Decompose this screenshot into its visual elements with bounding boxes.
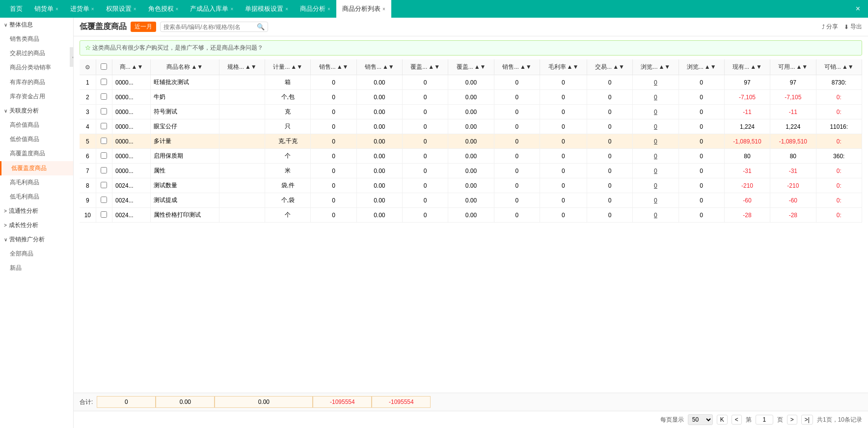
- close-icon[interactable]: ×: [134, 6, 136, 12]
- sidebar-item-high-coverage[interactable]: 高覆盖度商品: [0, 146, 73, 161]
- row-num: 10: [80, 208, 96, 223]
- sidebar-section-growth[interactable]: > 成长性分析: [0, 218, 73, 232]
- row-cover2: 0.00: [448, 119, 494, 134]
- row-spec: [219, 164, 265, 178]
- nav-tab-purchase[interactable]: 进货单 ×: [64, 0, 100, 18]
- sidebar-item-low-value[interactable]: 低价值商品: [0, 132, 73, 146]
- row-checkbox[interactable]: [96, 105, 112, 119]
- row-checkbox[interactable]: [96, 90, 112, 105]
- sidebar-item-new-goods[interactable]: 新品: [0, 261, 73, 275]
- column-sales-qty[interactable]: 销售...▲▼: [311, 59, 356, 75]
- row-browse1[interactable]: 0: [633, 75, 678, 90]
- column-sales-amt[interactable]: 销售...▲▼: [356, 59, 402, 75]
- row-checkbox[interactable]: [96, 178, 112, 193]
- nav-tab-sales[interactable]: 销货单 ×: [28, 0, 64, 18]
- sidebar-item-all-goods[interactable]: 全部商品: [0, 247, 73, 261]
- page-size-select[interactable]: 50 20 100: [688, 414, 713, 425]
- row-checkbox[interactable]: [96, 119, 112, 134]
- column-name[interactable]: 商品名称▲▼: [150, 59, 219, 75]
- row-checkbox[interactable]: [96, 75, 112, 90]
- row-browse2: 0: [678, 208, 724, 223]
- close-all-button[interactable]: ×: [852, 4, 864, 13]
- row-current: -11: [724, 105, 770, 119]
- sidebar-collapse-button[interactable]: «: [70, 47, 74, 67]
- sidebar-section-coverage[interactable]: ∨ 关联度分析: [0, 104, 73, 118]
- column-spec[interactable]: 规格...▲▼: [219, 59, 265, 75]
- nav-tab-template[interactable]: 单据模板设置 ×: [239, 0, 294, 18]
- column-settings-icon[interactable]: ⚙: [80, 59, 96, 75]
- sidebar-item-sales-goods[interactable]: 销售类商品: [0, 32, 73, 46]
- column-sellable[interactable]: 可销...▲▼: [816, 59, 862, 75]
- close-icon[interactable]: ×: [55, 6, 58, 12]
- nav-tab-analysis-list[interactable]: 商品分析列表 ×: [336, 0, 391, 18]
- row-checkbox[interactable]: [96, 208, 112, 223]
- total-info: 共1页，10条记录: [817, 416, 862, 424]
- sidebar-section-marketing[interactable]: ∨ 营销推广分析: [0, 232, 73, 247]
- sidebar-section-liquidity[interactable]: > 流通性分析: [0, 204, 73, 218]
- data-table-container[interactable]: ⚙ 商...▲▼ 商品名称▲▼ 规格...▲▼ 计量...▲▼ 销售...▲▼ …: [80, 59, 862, 393]
- nav-tab-permission[interactable]: 权限设置 ×: [100, 0, 142, 18]
- close-icon[interactable]: ×: [230, 6, 233, 12]
- sidebar-item-category-rate[interactable]: 商品分类动销率: [0, 60, 73, 75]
- column-browse2[interactable]: 浏览...▲▼: [678, 59, 724, 75]
- column-sales2[interactable]: 销售...▲▼: [494, 59, 540, 75]
- sidebar-item-inventory-capital[interactable]: 库存资金占用: [0, 89, 73, 104]
- next-page-button[interactable]: >: [787, 415, 797, 425]
- share-icon: ⤴: [822, 24, 825, 30]
- sidebar-item-in-stock[interactable]: 有库存的商品: [0, 75, 73, 89]
- row-checkbox[interactable]: [96, 149, 112, 164]
- sidebar-item-low-margin[interactable]: 低毛利商品: [0, 190, 73, 204]
- row-browse1[interactable]: 0: [633, 90, 678, 105]
- row-browse1[interactable]: 0: [633, 119, 678, 134]
- nav-tab-production[interactable]: 产成品入库单 ×: [184, 0, 239, 18]
- row-checkbox[interactable]: [96, 193, 112, 208]
- row-available: 80: [770, 149, 816, 164]
- period-button[interactable]: 近一月: [131, 22, 156, 32]
- column-gross-rate[interactable]: 毛利率▲▼: [540, 59, 587, 75]
- prev-page-button[interactable]: <: [732, 415, 742, 425]
- nav-tab-role[interactable]: 角色授权 ×: [142, 0, 185, 18]
- nav-tab-home[interactable]: 首页: [4, 0, 28, 18]
- column-code[interactable]: 商...▲▼: [112, 59, 150, 75]
- row-browse1[interactable]: 0: [633, 178, 678, 193]
- column-cover2[interactable]: 覆盖...▲▼: [448, 59, 494, 75]
- first-page-button[interactable]: K: [717, 415, 728, 425]
- nav-tab-analysis[interactable]: 商品分析 ×: [294, 0, 336, 18]
- row-browse1[interactable]: 0: [633, 164, 678, 178]
- search-input[interactable]: [163, 24, 257, 30]
- sidebar-item-low-coverage[interactable]: 低覆盖度商品: [0, 161, 73, 175]
- close-icon[interactable]: ×: [91, 6, 94, 12]
- sidebar-item-traded-goods[interactable]: 交易过的商品: [0, 46, 73, 60]
- export-button[interactable]: ⬇ 导出: [844, 23, 862, 31]
- row-cover2: 0.00: [448, 178, 494, 193]
- column-checkbox-header[interactable]: [96, 59, 112, 75]
- page-number-input[interactable]: [756, 415, 773, 425]
- column-trade[interactable]: 交易...▲▼: [587, 59, 632, 75]
- close-icon[interactable]: ×: [285, 6, 288, 12]
- sidebar-section-overall[interactable]: ∨ 整体信息: [0, 18, 73, 32]
- column-current[interactable]: 现有...▲▼: [724, 59, 770, 75]
- row-spec: [219, 193, 265, 208]
- sidebar-item-high-margin[interactable]: 高毛利商品: [0, 175, 73, 190]
- column-cover1[interactable]: 覆盖...▲▼: [403, 59, 448, 75]
- search-box[interactable]: 🔍: [160, 22, 268, 32]
- share-button[interactable]: ⤴ 分享: [822, 23, 838, 31]
- row-browse1[interactable]: 0: [633, 208, 678, 223]
- row-gross-rate: 0: [540, 75, 587, 90]
- select-all-checkbox[interactable]: [101, 63, 107, 70]
- column-browse1[interactable]: 浏览...▲▼: [633, 59, 678, 75]
- close-icon[interactable]: ×: [176, 6, 179, 12]
- row-checkbox[interactable]: [96, 134, 112, 149]
- close-icon[interactable]: ×: [327, 6, 330, 12]
- last-page-button[interactable]: >|: [801, 415, 813, 425]
- row-browse1[interactable]: 0: [633, 149, 678, 164]
- sidebar-item-high-value[interactable]: 高价值商品: [0, 118, 73, 132]
- row-checkbox[interactable]: [96, 164, 112, 178]
- row-browse1[interactable]: 0: [633, 134, 678, 149]
- row-name: 属性: [150, 164, 219, 178]
- row-browse1[interactable]: 0: [633, 193, 678, 208]
- column-unit[interactable]: 计量...▲▼: [265, 59, 311, 75]
- column-available[interactable]: 可用...▲▼: [770, 59, 816, 75]
- row-browse1[interactable]: 0: [633, 105, 678, 119]
- close-icon[interactable]: ×: [382, 6, 385, 12]
